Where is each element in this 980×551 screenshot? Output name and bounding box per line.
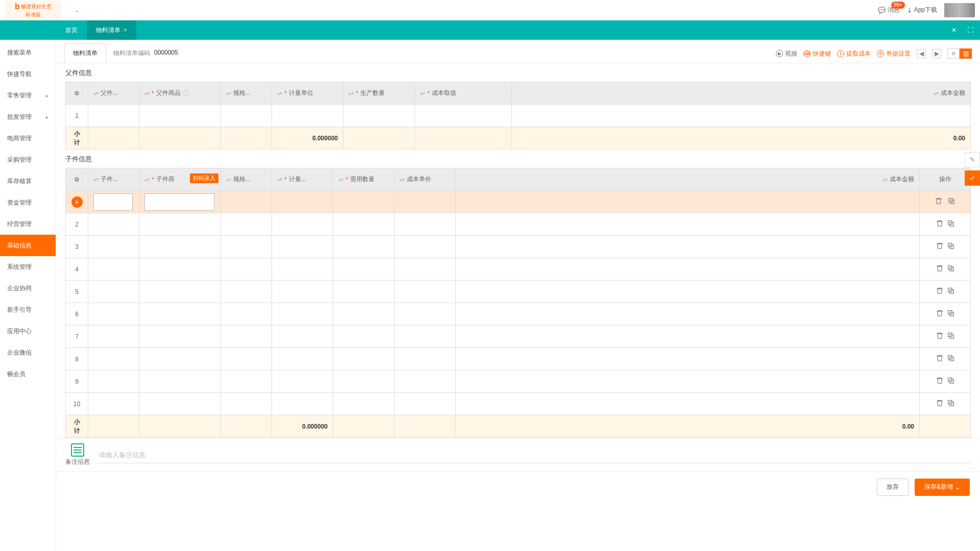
sidebar-item-collab[interactable]: 企业协同 [0,278,56,299]
discard-button[interactable]: 放弃 [877,479,909,496]
cell[interactable] [272,105,344,127]
close-icon[interactable]: × [124,27,127,34]
child-row[interactable]: 4 [66,258,971,281]
child-col-amount[interactable]: ▴▾成本金额 [456,168,920,191]
child-row[interactable]: 7 [66,325,971,348]
sidebar-item-system[interactable]: 系统管理 [0,256,56,278]
parent-col-qty[interactable]: ▴▾*生产数量 [344,82,415,105]
child-col-qty[interactable]: ▴▾*需用数量 [333,168,395,191]
child-code-input[interactable] [93,193,133,211]
cell[interactable] [221,105,272,127]
messages-button[interactable]: 💬 消息 99+ [878,6,900,14]
cell[interactable] [512,105,971,127]
sidebar-item-inventory[interactable]: 库存核算 [0,170,56,192]
app-download-button[interactable]: ⤓ App下载 [907,6,937,14]
parent-col-product[interactable]: ▴▾*父件商品ⓘ [139,82,221,105]
child-row[interactable]: 2 [66,213,971,236]
sidebar-item-wholesale[interactable]: 批发管理▸ [0,106,56,128]
tool-extract-cost[interactable]: ↧提取成本 [837,49,871,58]
parent-col-costsrc[interactable]: ▴▾*成本取值 [415,82,512,105]
avatar[interactable] [944,3,975,17]
tab-bom[interactable]: 物料清单 × [87,20,136,40]
view-form-button[interactable]: ▥ [960,48,972,59]
parent-col-spec[interactable]: ▴▾规格... [221,82,272,105]
child-col-unitcost[interactable]: ▴▾成本单价 [395,168,456,191]
sidebar-item-appcenter[interactable]: 应用中心 [0,320,56,342]
copy-row-button[interactable] [947,264,955,272]
cell[interactable] [456,191,920,213]
tool-video[interactable]: ▶视频 [776,49,797,58]
delete-row-button[interactable] [936,264,944,272]
doc-tab-bom[interactable]: 物料清单 [64,43,106,63]
copy-row-button[interactable] [947,309,955,317]
tab-home[interactable]: 首页 [56,20,87,40]
delete-row-button[interactable] [936,332,944,340]
copy-row-button[interactable] [947,332,955,340]
copy-row-button[interactable] [947,354,955,362]
tab-close-all-button[interactable]: ✕ [947,23,961,37]
sidebar-item-wechat[interactable]: 企业微信 [0,342,56,363]
child-col-product[interactable]: ▴▾*子件商扫码录入 [139,168,221,191]
sidebar-item-guide[interactable]: 新手引导 [0,299,56,320]
delete-row-button[interactable] [936,219,944,228]
copy-row-button[interactable] [947,197,955,205]
cell[interactable] [272,191,333,213]
delete-row-button[interactable] [936,377,944,385]
cell[interactable] [221,191,272,213]
copy-row-button[interactable] [947,377,955,385]
delete-row-button[interactable] [936,354,944,362]
child-row[interactable]: 8 [66,348,971,370]
view-list-button[interactable]: ≡ [947,48,960,59]
sidebar-item-quicknav[interactable]: 快捷导航 [0,63,56,85]
parent-col-unit[interactable]: ▴▾*计量单位 [272,82,344,105]
cell[interactable] [415,105,512,127]
tool-doc-setting[interactable]: ⚙单据设置 [877,49,911,58]
parent-col-code[interactable]: ▴▾父件... [88,82,139,105]
delete-row-button[interactable] [936,309,944,317]
sidebar-item-purchase[interactable]: 采购管理 [0,149,56,170]
copy-row-button[interactable] [947,219,955,228]
delete-row-button[interactable] [936,399,944,407]
prev-doc-button[interactable]: ◀ [917,49,926,58]
child-row[interactable]: 5 [66,281,971,303]
sidebar-item-member[interactable]: 畅会员 [0,363,56,385]
sidebar-item-retail[interactable]: 零售管理▸ [0,85,56,106]
child-col-spec[interactable]: ▴▾规格... [221,168,272,191]
sidebar-item-finance[interactable]: 资金管理 [0,192,56,213]
copy-row-button[interactable] [947,287,955,295]
parent-col-amount[interactable]: ▴▾成本金额 [512,82,971,105]
sidebar-item-ecommerce[interactable]: 电商管理 [0,128,56,149]
copy-row-button[interactable] [947,242,955,250]
child-col-gear[interactable]: ⚙ [66,168,88,191]
company-selector[interactable]: ⌄ [71,7,80,14]
save-add-button[interactable]: 保存&新增⌄ [915,479,970,496]
remark-input[interactable] [97,447,971,463]
parent-row[interactable]: 1 [66,105,971,127]
child-row[interactable]: 6 [66,303,971,325]
cell[interactable] [333,191,395,213]
next-doc-button[interactable]: ▶ [932,49,941,58]
cell[interactable] [395,191,456,213]
child-col-unit[interactable]: ▴▾*计量... [272,168,333,191]
cell[interactable] [88,105,139,127]
tool-hotkey[interactable]: ⌨快捷键 [803,49,831,58]
scan-entry-button[interactable]: 扫码录入 [190,173,218,183]
child-row[interactable]: 3 [66,236,971,258]
sidebar-item-search[interactable]: 搜索菜单 [0,42,56,63]
sidebar-item-operation[interactable]: 经营管理 [0,213,56,235]
rail-edit-button[interactable]: ✎ [965,152,980,167]
fullscreen-button[interactable]: ⛶ [964,23,977,37]
child-row[interactable]: 9 [66,370,971,393]
child-product-input[interactable] [144,193,214,211]
cell[interactable] [344,105,415,127]
child-col-code[interactable]: ▴▾子件... [88,168,139,191]
delete-row-button[interactable] [936,287,944,295]
delete-row-button[interactable] [936,242,944,250]
parent-col-gear[interactable]: ⚙ [66,82,88,105]
delete-row-button[interactable] [935,197,943,205]
sidebar-item-basicinfo[interactable]: 基础信息 [0,235,56,256]
rail-expand-button[interactable]: ⤢ [965,170,980,186]
cell[interactable] [139,105,221,127]
copy-row-button[interactable] [947,399,955,407]
add-row-button[interactable]: + [71,196,83,208]
